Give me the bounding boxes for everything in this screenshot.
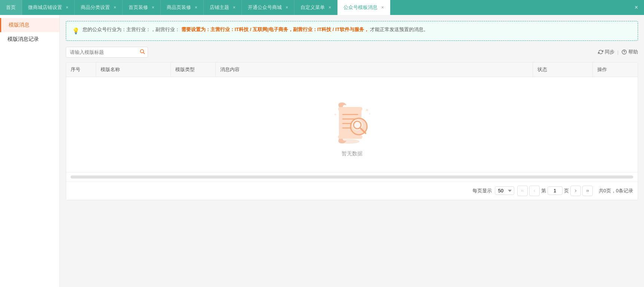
th-type: 模版类型 — [171, 62, 216, 77]
svg-point-13 — [366, 109, 368, 111]
notice-box: 💡 您的公众号行业为：主营行业：，副营行业： 需要设置为：主营行业：IT科技 /… — [66, 21, 638, 41]
help-button[interactable]: 帮助 — [622, 49, 638, 55]
tab-homepage-decoration-close[interactable]: × — [152, 5, 154, 10]
tab-product-decoration-label: 商品页装修 — [167, 4, 191, 11]
sidebar: 模版消息 模版消息记录 — [0, 15, 60, 287]
th-content: 消息内容 — [216, 62, 533, 77]
tab-homepage-decoration-label: 首页装修 — [129, 4, 148, 11]
svg-line-1 — [143, 52, 144, 54]
tab-weshop-settings-close[interactable]: × — [66, 5, 68, 10]
page-nav: 第 页 — [517, 186, 593, 196]
tab-open-mall[interactable]: 开通公众号商城 × — [242, 0, 295, 15]
th-index: 序号 — [66, 62, 96, 77]
tab-custom-menu[interactable]: 自定义菜单 × — [295, 0, 338, 15]
notice-highlight: 需要设置为：主营行业：IT科技 / 互联网|电子商务，副营行业：IT科技 / I… — [181, 27, 369, 32]
sidebar-item-template-message-label: 模版消息 — [9, 22, 30, 28]
last-page-button[interactable] — [582, 186, 593, 196]
sync-icon — [598, 49, 603, 55]
empty-state: 暂无数据 — [66, 77, 638, 172]
tab-shop-theme-label: 店铺主题 — [210, 4, 229, 11]
prev-page-icon — [532, 189, 537, 193]
help-icon — [622, 49, 627, 55]
th-status: 状态 — [533, 62, 593, 77]
tab-open-mall-label: 开通公众号商城 — [248, 4, 282, 11]
tab-template-message[interactable]: 公众号模板消息 × — [338, 0, 390, 15]
sidebar-item-template-message-record[interactable]: 模版消息记录 — [0, 32, 59, 46]
notice-icon: 💡 — [72, 26, 80, 36]
th-name: 模版名称 — [96, 62, 171, 77]
tab-category-settings-label: 商品分类设置 — [81, 4, 110, 11]
svg-point-14 — [369, 113, 370, 115]
layout: 模版消息 模版消息记录 💡 您的公众号行业为：主营行业：，副营行业： 需要设置为… — [0, 15, 644, 287]
tab-home-label: 首页 — [6, 4, 16, 11]
tab-custom-menu-close[interactable]: × — [329, 5, 331, 10]
help-label: 帮助 — [628, 49, 638, 55]
total-label: 共0页，0条记录 — [599, 187, 633, 194]
tab-homepage-decoration[interactable]: 首页装修 × — [123, 0, 161, 15]
last-page-icon — [585, 189, 590, 193]
tab-custom-menu-label: 自定义菜单 — [301, 4, 325, 11]
search-input[interactable] — [66, 47, 148, 58]
notice-text: 您的公众号行业为：主营行业：，副营行业： 需要设置为：主营行业：IT科技 / 互… — [83, 26, 428, 34]
tab-category-settings-close[interactable]: × — [114, 5, 116, 10]
scrollbar-area[interactable] — [66, 172, 638, 181]
main-content: 💡 您的公众号行业为：主营行业：，副营行业： 需要设置为：主营行业：IT科技 /… — [60, 15, 644, 287]
page-input[interactable] — [548, 186, 563, 195]
toolbar-right: 同步 | 帮助 — [598, 49, 638, 55]
data-table: 序号 模版名称 模版类型 消息内容 状态 操作 — [66, 62, 638, 200]
page-label-after: 页 — [564, 187, 569, 194]
next-page-button[interactable] — [570, 186, 581, 196]
pagination: 每页显示 50 10 20 100 — [66, 181, 638, 200]
page-label-before: 第 — [541, 187, 546, 194]
tab-product-decoration-close[interactable]: × — [195, 5, 197, 10]
tab-open-mall-close[interactable]: × — [286, 5, 288, 10]
sidebar-item-template-message-record-label: 模版消息记录 — [7, 36, 39, 42]
toolbar-divider: | — [617, 49, 619, 55]
tab-product-decoration[interactable]: 商品页装修 × — [161, 0, 204, 15]
per-page-select[interactable]: 50 10 20 100 — [495, 186, 514, 195]
table-header: 序号 模版名称 模版类型 消息内容 状态 操作 — [66, 62, 638, 77]
search-left — [66, 47, 148, 58]
sync-button[interactable]: 同步 — [598, 49, 614, 55]
first-page-button[interactable] — [517, 186, 528, 196]
tab-template-message-close[interactable]: × — [381, 5, 384, 10]
horizontal-scrollbar[interactable] — [71, 175, 633, 178]
first-page-icon — [520, 189, 525, 193]
prev-page-button[interactable] — [529, 186, 540, 196]
search-button[interactable] — [139, 49, 145, 55]
tab-home[interactable]: 首页 — [0, 0, 22, 15]
tab-bar: 首页 微商城店铺设置 × 商品分类设置 × 首页装修 × 商品页装修 × 店铺主… — [0, 0, 644, 15]
per-page-label: 每页显示 — [472, 187, 492, 194]
tab-bar-close-all[interactable]: × — [629, 4, 644, 11]
svg-point-15 — [334, 113, 336, 115]
tab-weshop-settings-label: 微商城店铺设置 — [28, 4, 62, 11]
tab-shop-theme[interactable]: 店铺主题 × — [204, 0, 242, 15]
tab-template-message-label: 公众号模板消息 — [343, 4, 378, 11]
search-input-wrap — [66, 47, 148, 58]
empty-text: 暂无数据 — [342, 150, 363, 157]
empty-illustration — [330, 100, 375, 144]
sidebar-item-template-message[interactable]: 模版消息 — [0, 18, 59, 32]
sync-label: 同步 — [605, 49, 614, 55]
tab-shop-theme-close[interactable]: × — [233, 5, 235, 10]
next-page-icon — [573, 189, 578, 193]
th-action: 操作 — [593, 62, 638, 77]
tab-category-settings[interactable]: 商品分类设置 × — [75, 0, 123, 15]
tab-weshop-settings[interactable]: 微商城店铺设置 × — [22, 0, 75, 15]
search-bar: 同步 | 帮助 — [66, 47, 638, 58]
